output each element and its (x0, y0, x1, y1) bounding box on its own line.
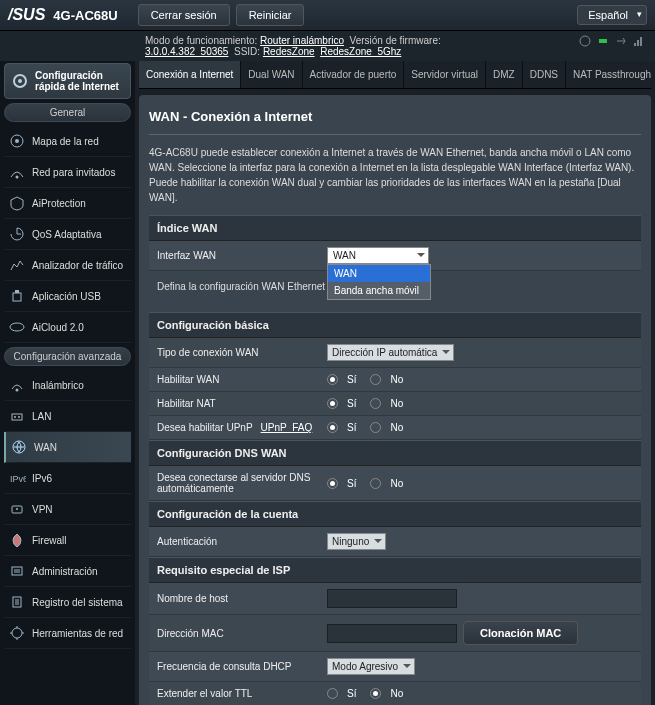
auth-select[interactable]: Ninguno (327, 533, 386, 550)
nav-herramientas-de-red[interactable]: Herramientas de red (4, 618, 131, 649)
page-title: WAN - Conexión a Internet (149, 105, 641, 134)
dns-auto-yes[interactable] (327, 478, 338, 489)
nav-firewall[interactable]: Firewall (4, 525, 131, 556)
nav-icon: IPv6 (8, 469, 26, 487)
nav-icon (8, 163, 26, 181)
svg-point-6 (18, 79, 22, 83)
globe-icon[interactable] (579, 35, 591, 45)
reboot-button[interactable]: Reiniciar (236, 4, 305, 26)
svg-rect-2 (634, 43, 636, 46)
nav-icon (8, 500, 26, 518)
enable-upnp-no[interactable] (370, 422, 381, 433)
nav-icon (8, 256, 26, 274)
svg-rect-10 (13, 293, 21, 301)
svg-point-16 (18, 416, 20, 418)
signal-icon[interactable] (633, 35, 645, 45)
nav-aiprotection[interactable]: AiProtection (4, 188, 131, 219)
conn-type-select[interactable]: Dirección IP automática (327, 344, 454, 361)
page-description: 4G-AC68U puede establecer conexión a Int… (149, 145, 641, 205)
section-wan-index: Índice WAN (149, 215, 641, 241)
nav-inalámbrico[interactable]: Inalámbrico (4, 370, 131, 401)
tab-servidor-virtual[interactable]: Servidor virtual (404, 61, 486, 88)
enable-wan-yes[interactable] (327, 374, 338, 385)
enable-nat-label: Habilitar NAT (157, 398, 327, 409)
svg-point-13 (16, 389, 19, 392)
tab-dual-wan[interactable]: Dual WAN (241, 61, 302, 88)
ttl-extend-label: Extender el valor TTL (157, 688, 327, 699)
ttl-extend-yes[interactable] (327, 688, 338, 699)
nav-ipv6[interactable]: IPv6IPv6 (4, 463, 131, 494)
svg-rect-1 (599, 39, 607, 43)
enable-nat-yes[interactable] (327, 398, 338, 409)
nav-qos-adaptativa[interactable]: QoS Adaptativa (4, 219, 131, 250)
link-icon[interactable] (597, 35, 609, 45)
wan-option-mobile[interactable]: Banda ancha móvil (328, 282, 430, 299)
section-isp: Requisito especial de ISP (149, 557, 641, 583)
tab-ddns[interactable]: DDNS (523, 61, 566, 88)
usb-icon[interactable] (615, 35, 627, 45)
sidebar: Configuración rápida de Internet General… (0, 61, 135, 705)
mac-label: Dirección MAC (157, 628, 327, 639)
enable-upnp-label: Desea habilitar UPnPUPnP_FAQ (157, 422, 327, 433)
nav-registro-del-sistema[interactable]: Registro del sistema (4, 587, 131, 618)
conn-type-label: Tipo de conexión WAN (157, 347, 327, 358)
svg-point-20 (16, 508, 18, 510)
tab-dmz[interactable]: DMZ (486, 61, 523, 88)
nav-administración[interactable]: Administración (4, 556, 131, 587)
nav-analizador-de-tráfico[interactable]: Analizador de tráfico (4, 250, 131, 281)
nav-icon (8, 376, 26, 394)
brand-logo: /SUS (8, 6, 45, 24)
dns-auto-no[interactable] (370, 478, 381, 489)
logout-button[interactable]: Cerrar sesión (138, 4, 230, 26)
svg-rect-3 (637, 40, 639, 46)
mac-clone-button[interactable]: Clonación MAC (463, 621, 578, 645)
svg-point-15 (14, 416, 16, 418)
top-bar: /SUS 4G-AC68U Cerrar sesión Reiniciar Es… (0, 0, 655, 31)
nav-icon (8, 318, 26, 336)
enable-wan-label: Habilitar WAN (157, 374, 327, 385)
section-dns: Configuración DNS WAN (149, 440, 641, 466)
upnp-faq-link[interactable]: UPnP_FAQ (261, 422, 313, 433)
mac-input[interactable] (327, 624, 457, 643)
section-basic: Configuración básica (149, 312, 641, 338)
nav-lan[interactable]: LAN (4, 401, 131, 432)
wan-option-wan[interactable]: WAN (328, 265, 430, 282)
nav-wan[interactable]: WAN (4, 432, 131, 463)
host-input[interactable] (327, 589, 457, 608)
ssid2-link[interactable]: RedesZone_5Ghz (320, 46, 401, 57)
tab-conexión-a-internet[interactable]: Conexión a Internet (139, 61, 241, 88)
svg-rect-14 (12, 414, 22, 420)
nav-icon (8, 132, 26, 150)
content-area: Conexión a InternetDual WANActivador de … (135, 61, 655, 705)
advanced-header: Configuración avanzada (4, 347, 131, 366)
enable-wan-no[interactable] (370, 374, 381, 385)
nav-mapa-de-la-red[interactable]: Mapa de la red (4, 126, 131, 157)
nav-icon (10, 438, 28, 456)
nav-vpn[interactable]: VPN (4, 494, 131, 525)
quick-setup-button[interactable]: Configuración rápida de Internet (4, 63, 131, 99)
tab-nat-passthrough[interactable]: NAT Passthrough (566, 61, 655, 88)
enable-nat-no[interactable] (370, 398, 381, 409)
op-mode-link[interactable]: Router inalámbrico (260, 35, 344, 46)
firmware-link[interactable]: 3.0.0.4.382_50365 (145, 46, 228, 57)
status-icons (579, 35, 645, 45)
nav-aicloud-2.0[interactable]: AiCloud 2.0 (4, 312, 131, 343)
wan-interface-select[interactable]: WAN (327, 247, 429, 264)
nav-icon (8, 407, 26, 425)
dhcp-freq-label: Frecuencia de consulta DHCP (157, 661, 327, 672)
nav-aplicación-usb[interactable]: Aplicación USB (4, 281, 131, 312)
nav-icon (8, 531, 26, 549)
ttl-extend-no[interactable] (370, 688, 381, 699)
language-select[interactable]: Español (577, 5, 647, 25)
ssid1-link[interactable]: RedesZone (263, 46, 315, 57)
nav-icon (8, 225, 26, 243)
wan-interface-label: Interfaz WAN (157, 250, 327, 261)
tab-bar: Conexión a InternetDual WANActivador de … (139, 61, 651, 89)
auth-label: Autenticación (157, 536, 327, 547)
svg-rect-4 (640, 37, 642, 46)
dhcp-freq-select[interactable]: Modo Agresivo (327, 658, 415, 675)
nav-red-para-invitados[interactable]: Red para invitados (4, 157, 131, 188)
dns-auto-label: Desea conectarse al servidor DNS automát… (157, 472, 327, 494)
enable-upnp-yes[interactable] (327, 422, 338, 433)
tab-activador-de-puerto[interactable]: Activador de puerto (303, 61, 405, 88)
